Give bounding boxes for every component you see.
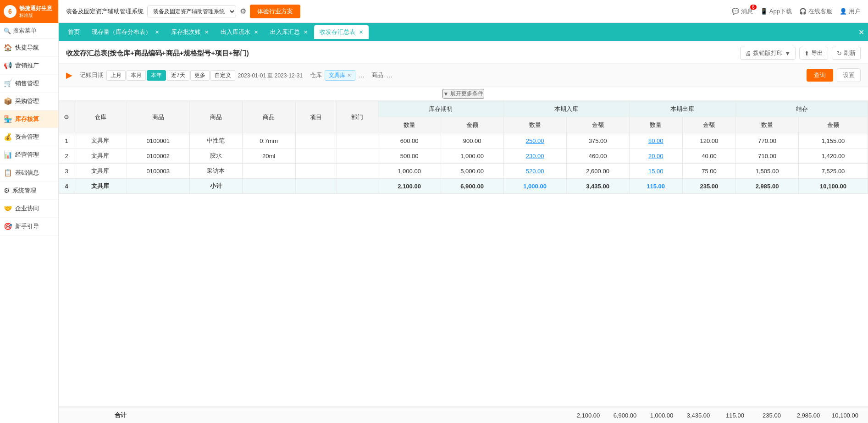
tab-库存批次账[interactable]: 库存批次账✕	[166, 25, 214, 39]
footer-label: 合计	[110, 411, 145, 419]
warehouse-dots[interactable]: ...	[358, 71, 364, 79]
sidebar-item-营销推广[interactable]: 📢营销推广	[0, 57, 58, 75]
row-dept	[337, 164, 378, 179]
row-out-qty[interactable]: 80.00	[629, 133, 682, 148]
sidebar-item-快捷导航[interactable]: 🏠快捷导航	[0, 39, 58, 57]
col-project-header: 项目	[295, 101, 337, 133]
row-open-amt: 1,000.00	[441, 148, 503, 164]
export-btn[interactable]: ⬆ 导出	[799, 47, 828, 60]
main-table: ⚙ 仓库 商品 商品 商品 项目 部门 库存期初 本期入库 本期出库 结存 数量	[59, 101, 868, 194]
row-dept	[337, 133, 378, 148]
footer-open-amt: 6,900.00	[607, 412, 643, 419]
sidebar-search[interactable]: 🔍 搜索菜单	[0, 23, 58, 39]
sidebar-item-新手引导[interactable]: 🎯新手引导	[0, 218, 58, 236]
date-btn-更多[interactable]: 更多	[190, 70, 210, 81]
sidebar-item-库存核算[interactable]: 🏪库存核算	[0, 110, 58, 128]
topbar: 装备及固定资产辅助管理系统 装备及固定资产辅助管理系统 ⚙ 体验行业方案 💬 消…	[59, 0, 868, 23]
row-warehouse: 文具库	[74, 164, 127, 179]
date-btn-本月[interactable]: 本月	[127, 70, 146, 81]
messages-item[interactable]: 💬 消息 6	[732, 7, 753, 16]
date-btn-自定义[interactable]: 自定义	[210, 70, 235, 81]
tabs-container: 首页现存量（库存分布表）✕库存批次账✕出入库流水✕出入库汇总✕收发存汇总表✕	[62, 25, 369, 39]
tab-出入库汇总[interactable]: 出入库汇总✕	[265, 25, 313, 39]
row-bal-amt: 1,420.00	[799, 148, 868, 164]
row-name: 小计	[189, 179, 242, 194]
row-open-qty: 500.00	[378, 148, 441, 164]
nav-icon: 🎯	[4, 222, 12, 231]
expand-icon: ▼	[443, 91, 449, 97]
row-out-qty[interactable]: 15.00	[629, 164, 682, 179]
tab-close-icon[interactable]: ✕	[254, 29, 258, 35]
warehouse-tag[interactable]: 文具库 ✕	[325, 70, 355, 81]
row-in-qty[interactable]: 520.00	[503, 164, 566, 179]
tab-close-icon[interactable]: ✕	[155, 29, 159, 35]
goods-dots[interactable]: ...	[386, 71, 392, 79]
row-open-amt: 5,000.00	[441, 164, 503, 179]
sidebar-item-系统管理[interactable]: ⚙系统管理	[0, 182, 58, 200]
out-qty-header: 数量	[629, 117, 682, 133]
opening-amt-header: 金额	[441, 117, 503, 133]
row-project	[295, 148, 337, 164]
sidebar-item-经营管理[interactable]: 📊经营管理	[0, 146, 58, 164]
date-btn-上月[interactable]: 上月	[106, 70, 126, 81]
query-btn[interactable]: 查询	[807, 69, 833, 82]
sidebar-item-资金管理[interactable]: 💰资金管理	[0, 128, 58, 146]
tab-close-icon[interactable]: ✕	[205, 29, 209, 35]
tabbar-close-icon[interactable]: ✕	[858, 28, 864, 37]
row-out-amt: 235.00	[682, 179, 735, 194]
row-no: 1	[59, 133, 74, 148]
expand-more-bar: ▼ 展开更多条件	[59, 87, 868, 101]
sidebar-item-基础信息[interactable]: 📋基础信息	[0, 164, 58, 182]
sidebar: 6 畅捷通好生意 标准版 🔍 搜索菜单 🏠快捷导航📢营销推广🛒销售管理📦采购管理…	[0, 0, 59, 423]
nav-icon: 📢	[4, 61, 12, 70]
nav-icon: 💰	[4, 133, 12, 141]
row-in-qty[interactable]: 250.00	[503, 133, 566, 148]
expand-more-btn[interactable]: ▼ 展开更多条件	[442, 89, 485, 99]
sidebar-item-采购管理[interactable]: 📦采购管理	[0, 93, 58, 110]
warehouse-tag-close[interactable]: ✕	[347, 72, 351, 78]
date-btn-近7天[interactable]: 近7天	[167, 70, 189, 81]
goods-filter-group: 商品 ...	[371, 71, 392, 79]
experience-btn[interactable]: 体验行业方案	[250, 5, 300, 18]
tab-close-icon[interactable]: ✕	[359, 29, 363, 35]
tab-close-icon[interactable]: ✕	[304, 29, 308, 35]
row-no: 3	[59, 164, 74, 179]
tab-现存量（库存分布表）[interactable]: 现存量（库存分布表）✕	[86, 25, 165, 39]
filter-toggle-icon[interactable]: ▶	[66, 70, 72, 80]
row-out-qty[interactable]: 20.00	[629, 148, 682, 164]
row-name: 中性笔	[189, 133, 242, 148]
system-select[interactable]: 装备及固定资产辅助管理系统	[147, 5, 236, 17]
logo-text: 畅捷通好生意 标准版	[19, 5, 52, 19]
user-item[interactable]: 👤 用户	[840, 7, 861, 16]
row-warehouse: 文具库	[74, 148, 127, 164]
tab-收发存汇总表[interactable]: 收发存汇总表✕	[314, 25, 369, 39]
sidebar-item-企业协同[interactable]: 🤝企业协同	[0, 200, 58, 218]
sidebar-item-销售管理[interactable]: 🛒销售管理	[0, 75, 58, 93]
row-dept	[337, 179, 378, 194]
col-balance-header: 结存	[736, 101, 868, 117]
row-out-amt: 40.00	[682, 148, 735, 164]
sidebar-logo: 6 畅捷通好生意 标准版	[0, 0, 58, 23]
settings-icon[interactable]: ⚙	[240, 7, 246, 16]
filter-settings-btn[interactable]: 设置	[837, 68, 861, 82]
tab-首页[interactable]: 首页	[62, 25, 85, 39]
nav-icon: 📋	[4, 169, 12, 177]
refresh-btn[interactable]: ↻ 刷新	[832, 47, 861, 60]
nav-icon: 📊	[4, 151, 12, 159]
footer-in-qty: 1,000.00	[643, 412, 680, 419]
row-in-qty[interactable]: 1,000.00	[503, 179, 566, 194]
row-in-qty[interactable]: 230.00	[503, 148, 566, 164]
row-bal-qty: 710.00	[736, 148, 799, 164]
app-download-item[interactable]: 📱 App下载	[760, 7, 792, 16]
print-btn[interactable]: 🖨 拨销版打印 ▼	[740, 47, 796, 60]
refresh-icon: ↻	[837, 50, 842, 57]
col-settings-header[interactable]: ⚙	[59, 101, 74, 133]
in-amt-header: 金额	[566, 117, 629, 133]
row-out-qty[interactable]: 115.00	[629, 179, 682, 194]
online-service-item[interactable]: 🎧 在线客服	[799, 7, 832, 16]
col-in-header: 本期入库	[503, 101, 629, 117]
row-project	[295, 164, 337, 179]
date-btn-本年[interactable]: 本年	[147, 70, 166, 81]
tab-出入库流水[interactable]: 出入库流水✕	[215, 25, 264, 39]
footer-bal-amt: 10,100.00	[827, 412, 863, 419]
